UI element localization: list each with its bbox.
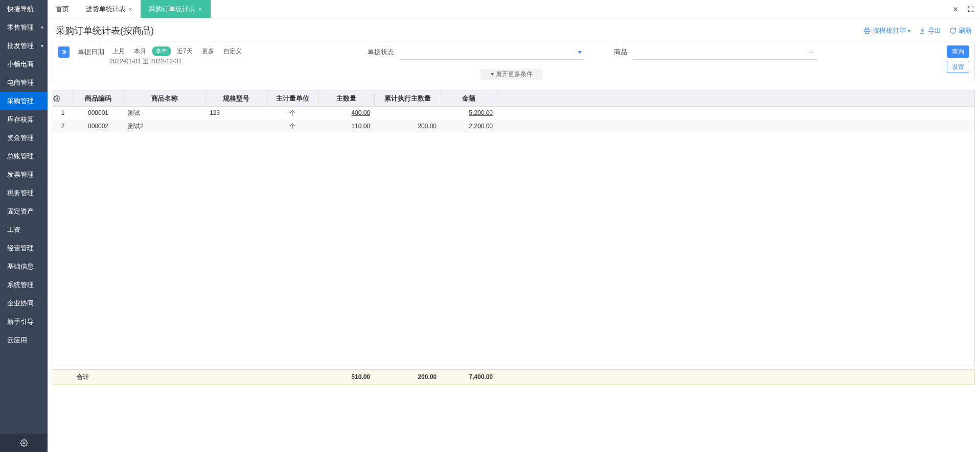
th-qty[interactable]: 主数量 [318, 91, 374, 106]
date-shortcut-2[interactable]: 本年 [152, 46, 171, 56]
status-select[interactable]: ▾ [399, 46, 583, 60]
cell: 200.00 [374, 120, 441, 133]
sidebar-item-13[interactable]: 经营管理 [0, 239, 48, 257]
totals-qty: 510.00 [318, 370, 374, 384]
filter-buttons: 查询 设置 [947, 45, 969, 73]
cell: 400.00 [318, 106, 374, 120]
sidebar-item-label: 资金管理 [7, 129, 34, 147]
th-amount[interactable]: 金额 [441, 91, 497, 106]
cell: 2,200.00 [441, 120, 497, 133]
gear-column-header[interactable] [53, 91, 73, 106]
query-button[interactable]: 查询 [947, 45, 969, 58]
printer-icon [863, 27, 871, 34]
sidebar-item-label: 采购管理 [7, 92, 34, 110]
date-range: 2022-01-01 至 2022-12-31 [109, 57, 245, 66]
sidebar-item-label: 小畅电商 [7, 55, 34, 74]
sidebar-item-16[interactable]: 企业协同 [0, 294, 48, 313]
tab-label: 采购订单统计表 [149, 5, 195, 14]
caret-down-icon: ▾ [41, 18, 43, 37]
link[interactable]: 400.00 [351, 109, 370, 116]
date-shortcut-4[interactable]: 更多 [199, 46, 217, 56]
sidebar-item-6[interactable]: 库存核算 [0, 110, 48, 129]
fullscreen-icon[interactable] [966, 4, 976, 14]
sidebar-item-5[interactable]: 采购管理 [0, 92, 48, 110]
sidebar-item-1[interactable]: 零售管理▾ [0, 18, 48, 37]
th-code[interactable]: 商品编码 [73, 91, 124, 106]
sidebar-item-label: 发票管理 [7, 165, 34, 184]
th-spec[interactable]: 规格型号 [206, 91, 267, 106]
totals-exec: 200.00 [374, 370, 441, 384]
filter-row: 单据日期 上月本月本年近7天更多自定义 2022-01-01 至 2022-12… [78, 46, 946, 66]
tab-label: 首页 [56, 5, 69, 14]
gear-icon [20, 439, 28, 447]
export-action[interactable]: 导出 [919, 26, 941, 35]
sidebar-item-7[interactable]: 资金管理 [0, 129, 48, 147]
th-exec[interactable]: 累计执行主数量 [374, 91, 441, 106]
sidebar-item-label: 固定资产 [7, 202, 34, 221]
data-table: 商品编码 商品名称 规格型号 主计量单位 主数量 累计执行主数量 金额 1000… [53, 91, 974, 133]
sidebar-item-18[interactable]: 云应用 [0, 331, 48, 349]
cell: 000001 [73, 106, 124, 120]
print-action[interactable]: 按模板打印 ▾ [863, 26, 910, 35]
sidebar-item-2[interactable]: 批发管理▾ [0, 37, 48, 55]
sidebar-item-label: 新手引导 [7, 313, 34, 331]
date-shortcut-5[interactable]: 自定义 [220, 46, 245, 56]
link[interactable]: 2,200.00 [469, 123, 493, 130]
cell: 测试 [124, 106, 206, 120]
sidebar-item-14[interactable]: 基础信息 [0, 257, 48, 276]
settings-button[interactable]: 设置 [947, 61, 969, 73]
tabbar: 首页进货单统计表×采购订单统计表× [48, 0, 980, 18]
svg-point-0 [23, 442, 25, 444]
tab-0[interactable]: 首页 [48, 0, 78, 18]
close-icon[interactable]: × [129, 6, 132, 12]
more-icon[interactable]: ··· [807, 48, 814, 56]
date-shortcut-0[interactable]: 上月 [109, 46, 128, 56]
refresh-action[interactable]: 刷新 [949, 26, 972, 35]
link[interactable]: 110.00 [351, 123, 370, 130]
close-tab-icon[interactable] [950, 4, 961, 14]
table-row[interactable]: 1000001测试123个400.005,200.00 [53, 106, 974, 120]
table-row[interactable]: 2000002测试2个110.00200.002,200.00 [53, 120, 974, 133]
totals-amount: 7,400.00 [441, 370, 497, 384]
sidebar-item-10[interactable]: 税务管理 [0, 184, 48, 202]
th-name[interactable]: 商品名称 [124, 91, 206, 106]
sidebar-item-15[interactable]: 系统管理 [0, 276, 48, 294]
sidebar-settings[interactable] [0, 434, 48, 452]
chevron-right-icon [61, 49, 67, 55]
sidebar-item-11[interactable]: 固定资产 [0, 202, 48, 221]
filter-area: 单据日期 上月本月本年近7天更多自定义 2022-01-01 至 2022-12… [53, 41, 975, 82]
close-icon[interactable]: × [198, 6, 201, 12]
link[interactable]: 200.00 [418, 123, 437, 130]
sidebar-item-9[interactable]: 发票管理 [0, 165, 48, 184]
date-shortcut-3[interactable]: 近7天 [174, 46, 196, 56]
product-input[interactable]: ··· [632, 46, 816, 60]
tab-1[interactable]: 进货单统计表× [78, 0, 141, 18]
filter-date-label: 单据日期 [78, 46, 104, 57]
expand-conditions[interactable]: ▾展开更多条件 [481, 69, 543, 80]
cell [374, 106, 441, 120]
sidebar-item-3[interactable]: 小畅电商 [0, 55, 48, 74]
cell [206, 120, 267, 133]
date-controls: 上月本月本年近7天更多自定义 2022-01-01 至 2022-12-31 [109, 46, 245, 66]
sidebar-item-8[interactable]: 总账管理 [0, 147, 48, 165]
tab-2[interactable]: 采购订单统计表× [141, 0, 210, 18]
svg-point-3 [56, 98, 58, 100]
cell: 000002 [73, 120, 124, 133]
filter-collapse-toggle[interactable] [58, 46, 70, 58]
expand-bar: ▾展开更多条件 [78, 66, 946, 82]
expand-label: 展开更多条件 [496, 70, 533, 78]
date-shortcuts: 上月本月本年近7天更多自定义 [109, 46, 245, 56]
sidebar-item-17[interactable]: 新手引导 [0, 313, 48, 331]
sidebar-item-12[interactable]: 工资 [0, 221, 48, 239]
filter-product-label: 商品 [614, 46, 627, 57]
cell: 2 [53, 120, 73, 133]
link[interactable]: 5,200.00 [469, 109, 493, 116]
th-unit[interactable]: 主计量单位 [267, 91, 318, 106]
sidebar-item-label: 库存核算 [7, 110, 34, 129]
sidebar-item-0[interactable]: 快捷导航 [0, 0, 48, 18]
totals-row: 合计 510.00 200.00 7,400.00 [53, 369, 975, 385]
refresh-icon [949, 27, 956, 34]
cell: 123 [206, 106, 267, 120]
date-shortcut-1[interactable]: 本月 [131, 46, 149, 56]
sidebar-item-4[interactable]: 电商管理 [0, 74, 48, 92]
